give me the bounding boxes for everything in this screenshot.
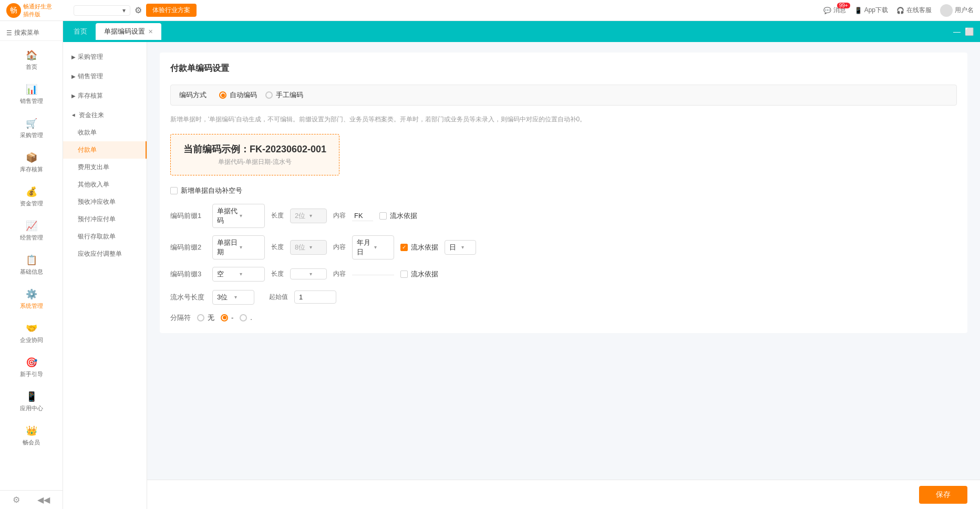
serial-length-select[interactable]: 3位 ▾ bbox=[212, 290, 254, 305]
prefix2-select[interactable]: 单据日期 ▾ bbox=[212, 235, 265, 259]
serial-length-label: 流水号长度 bbox=[170, 293, 206, 302]
explore-btn[interactable]: 体验行业方案 bbox=[146, 4, 197, 17]
chevron-down-icon: ▾ bbox=[122, 7, 126, 14]
sidebar-item-enterprise[interactable]: 🤝 企业协同 bbox=[4, 317, 58, 349]
tab-close-icon[interactable]: ✕ bbox=[148, 28, 153, 35]
prefix1-length-select[interactable]: 2位 ▾ bbox=[290, 209, 327, 223]
prefix2-length-select[interactable]: 8位 ▾ bbox=[290, 240, 327, 255]
sep-dash[interactable]: - bbox=[221, 314, 233, 321]
purchase-icon: 🛒 bbox=[26, 118, 37, 129]
prefix2-period-value: 日 bbox=[449, 243, 459, 252]
main-content: 付款单编码设置 编码方式 自动编码 手 bbox=[147, 42, 980, 480]
sub-sidebar-item-payment[interactable]: 付款单 bbox=[63, 141, 147, 159]
nav-select[interactable]: ▾ bbox=[74, 5, 130, 16]
prefix3-flow-checkbox[interactable] bbox=[400, 271, 408, 278]
preview-desc: 单据代码-单据日期-流水号 bbox=[183, 158, 326, 167]
tab-maximize-btn[interactable]: ⬜ bbox=[965, 27, 974, 36]
collapse-icon[interactable]: ◀◀ bbox=[37, 495, 50, 505]
tab-home-label: 首页 bbox=[74, 27, 87, 36]
sub-sidebar-group-purchase-title[interactable]: ▶ 采购管理 bbox=[63, 48, 147, 66]
page-title: 付款单编码设置 bbox=[170, 63, 957, 74]
online-service-btn[interactable]: 🎧 在线客服 bbox=[896, 6, 932, 15]
sub-sidebar: ▶ 采购管理 ▶ 销售管理 ▶ 库存核算 bbox=[63, 42, 147, 509]
sidebar-item-system-label: 系统管理 bbox=[20, 302, 43, 310]
encoding-mode-options: 自动编码 手工编码 bbox=[219, 90, 303, 100]
prefix1-flow-checkbox-group: 流水依据 bbox=[379, 211, 417, 221]
page-footer: 保存 bbox=[147, 480, 980, 509]
sidebar-item-operations[interactable]: 📈 经营管理 bbox=[4, 215, 58, 247]
sidebar-item-finance[interactable]: 💰 资金管理 bbox=[4, 181, 58, 213]
sidebar-item-home[interactable]: 🏠 首页 bbox=[4, 44, 58, 76]
sidebar-item-member[interactable]: 👑 畅会员 bbox=[4, 420, 58, 452]
sidebar-item-sales[interactable]: 📊 销售管理 bbox=[4, 78, 58, 110]
sub-sidebar-item-prepay[interactable]: 预付冲应付单 bbox=[63, 211, 147, 228]
message-btn[interactable]: 💬 消息 99+ bbox=[823, 6, 846, 15]
sidebar-item-inventory-label: 库存核算 bbox=[20, 165, 43, 173]
radio-manual[interactable]: 手工编码 bbox=[265, 90, 303, 100]
prefix3-select-value: 空 bbox=[217, 269, 238, 279]
save-button[interactable]: 保存 bbox=[919, 486, 967, 504]
prefix2-flow-checkbox[interactable]: ✓ bbox=[400, 244, 408, 251]
sidebar-item-purchase[interactable]: 🛒 采购管理 bbox=[4, 112, 58, 144]
sub-sidebar-group-inventory-title[interactable]: ▶ 库存核算 bbox=[63, 87, 147, 105]
separator-options: 无 - . bbox=[197, 313, 252, 323]
sep-dot-circle bbox=[240, 314, 247, 321]
sep-dash-label: - bbox=[231, 314, 233, 321]
app-download-btn[interactable]: 📱 App下载 bbox=[854, 6, 888, 15]
sidebar-item-apps[interactable]: 📱 应用中心 bbox=[4, 386, 58, 418]
sub-sidebar-item-bank[interactable]: 银行存取款单 bbox=[63, 228, 147, 245]
radio-auto-label: 自动编码 bbox=[230, 90, 257, 100]
separator-label: 分隔符 bbox=[170, 313, 191, 323]
sidebar-item-member-label: 畅会员 bbox=[23, 439, 40, 446]
separator-row: 分隔符 无 - bbox=[170, 313, 957, 323]
sidebar-item-inventory[interactable]: 📦 库存核算 bbox=[4, 147, 58, 179]
chevron-right-icon: ▶ bbox=[71, 54, 76, 60]
prefix2-period-select[interactable]: 日 ▾ bbox=[445, 240, 476, 255]
search-menu-btn[interactable]: ☰ 搜索菜单 bbox=[0, 25, 63, 41]
prefix1-flow-checkbox[interactable] bbox=[379, 212, 387, 220]
member-icon: 👑 bbox=[26, 425, 37, 437]
gear-icon[interactable]: ⚙ bbox=[135, 5, 142, 15]
top-bar-right: 💬 消息 99+ 📱 App下载 🎧 在线客服 用户名 bbox=[823, 4, 974, 17]
prefix2-flow-label: 流水依据 bbox=[411, 243, 438, 252]
sep-dot[interactable]: . bbox=[240, 314, 252, 321]
sub-sidebar-item-adjust[interactable]: 应收应付调整单 bbox=[63, 245, 147, 263]
start-value-label: 起始值 bbox=[269, 293, 288, 302]
user-avatar[interactable]: 用户名 bbox=[940, 4, 974, 17]
prefix2-content-select[interactable]: 年月日 ▾ bbox=[352, 235, 394, 259]
search-icon: ☰ bbox=[6, 29, 12, 37]
tab-encoding[interactable]: 单据编码设置 ✕ bbox=[96, 23, 161, 40]
sep-none[interactable]: 无 bbox=[197, 313, 214, 323]
prefix-row-2: 编码前缀2 单据日期 ▾ 长度 8位 ▾ 内容 bbox=[170, 235, 957, 259]
service-icon: 🎧 bbox=[896, 7, 904, 14]
sidebar-item-finance-label: 资金管理 bbox=[20, 200, 43, 207]
sub-sidebar-sales-label: 销售管理 bbox=[78, 72, 103, 81]
sidebar-item-system[interactable]: ⚙️ 系统管理 bbox=[4, 283, 58, 315]
prefix1-label: 编码前缀1 bbox=[170, 211, 206, 221]
sub-sidebar-item-income[interactable]: 其他收入单 bbox=[63, 176, 147, 193]
sidebar-item-guide[interactable]: 🎯 新手引导 bbox=[4, 351, 58, 383]
prefix3-select[interactable]: 空 ▾ bbox=[212, 267, 265, 282]
prefix1-select[interactable]: 单据代码 ▾ bbox=[212, 204, 265, 228]
prefix3-label: 编码前缀3 bbox=[170, 269, 206, 279]
sub-sidebar-group-sales-title[interactable]: ▶ 销售管理 bbox=[63, 68, 147, 85]
chevron-right-icon: ▶ bbox=[71, 93, 76, 99]
sub-sidebar-item-expense[interactable]: 费用支出单 bbox=[63, 159, 147, 176]
sidebar-item-basic[interactable]: 📋 基础信息 bbox=[4, 249, 58, 281]
sub-sidebar-item-receipt[interactable]: 收款单 bbox=[63, 124, 147, 141]
sub-sidebar-item-prereceive[interactable]: 预收冲应收单 bbox=[63, 193, 147, 211]
prefix3-content-value bbox=[352, 273, 394, 275]
chevron-right-icon: ▶ bbox=[71, 74, 76, 79]
tab-minimize-btn[interactable]: — bbox=[953, 27, 961, 36]
auto-fill-checkbox[interactable] bbox=[170, 187, 178, 194]
content-area: ▶ 采购管理 ▶ 销售管理 ▶ 库存核算 bbox=[63, 42, 980, 509]
sub-sidebar-group-capital-title[interactable]: ▼ 资金往来 bbox=[63, 107, 147, 124]
radio-auto[interactable]: 自动编码 bbox=[219, 90, 257, 100]
prefix1-length-label: 长度 bbox=[271, 211, 284, 220]
start-value-input[interactable] bbox=[294, 290, 336, 304]
prefix3-length-select[interactable]: ▾ bbox=[290, 268, 327, 279]
tab-home[interactable]: 首页 bbox=[65, 23, 96, 40]
sidebar-item-home-label: 首页 bbox=[26, 63, 37, 71]
settings-icon[interactable]: ⚙ bbox=[13, 495, 20, 505]
chevron-down-icon: ▾ bbox=[374, 244, 389, 250]
